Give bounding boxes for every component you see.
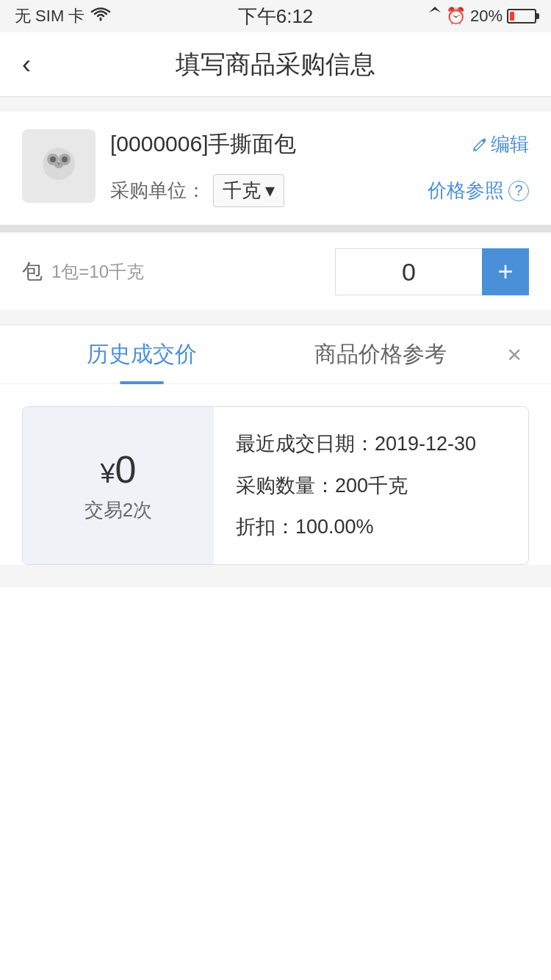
quantity-row: 包 1包=10千克 + xyxy=(0,234,551,310)
discount-label: 折扣： xyxy=(236,516,295,538)
divider xyxy=(0,225,551,232)
status-right: ⏰ 20% xyxy=(428,6,536,26)
panel-close-button[interactable]: × xyxy=(500,340,529,369)
discount-row: 折扣：100.00% xyxy=(236,512,506,542)
price-display: ¥0 xyxy=(101,447,137,491)
status-left: 无 SIM 卡 xyxy=(15,5,111,27)
status-bar: 无 SIM 卡 下午6:12 ⏰ 20% xyxy=(0,0,551,32)
price-ref-label: 价格参照 xyxy=(428,178,504,203)
tab-history-price[interactable]: 历史成交价 xyxy=(22,325,261,384)
carrier-text: 无 SIM 卡 xyxy=(15,5,84,27)
battery-icon xyxy=(507,9,536,24)
package-icon: 包 xyxy=(22,258,43,286)
edit-label: 编辑 xyxy=(491,131,529,157)
tabs-row: 历史成交价 商品价格参考 × xyxy=(0,325,551,384)
bottom-panel: 历史成交价 商品价格参考 × ¥0 交易2次 最近成交日期：2019-12-30… xyxy=(0,325,551,565)
trade-count: 交易2次 xyxy=(84,497,152,523)
nav-bar: ‹ 填写商品采购信息 xyxy=(0,32,551,97)
svg-point-3 xyxy=(50,156,56,162)
quantity-detail-label: 采购数量： xyxy=(236,475,335,497)
main-content: [0000006]手撕面包 编辑 采购单位： 千克 xyxy=(0,112,551,980)
location-icon xyxy=(428,6,442,26)
product-info: [0000006]手撕面包 编辑 采购单位： 千克 xyxy=(110,129,529,207)
recent-date-value: 2019-12-30 xyxy=(375,433,476,455)
quantity-detail-value: 200千克 xyxy=(335,475,408,497)
product-owl-icon xyxy=(37,140,81,192)
price-right-panel: 最近成交日期：2019-12-30 采购数量：200千克 折扣：100.00% xyxy=(214,407,528,564)
alarm-icon: ⏰ xyxy=(446,7,466,26)
product-name-row: [0000006]手撕面包 编辑 xyxy=(110,129,529,159)
product-name: [0000006]手撕面包 xyxy=(110,129,296,159)
price-card: ¥0 交易2次 最近成交日期：2019-12-30 采购数量：200千克 折扣：… xyxy=(22,406,529,565)
battery-percent: 20% xyxy=(470,7,503,26)
quantity-row-detail: 采购数量：200千克 xyxy=(236,471,506,501)
quantity-plus-button[interactable]: + xyxy=(482,248,529,295)
empty-area xyxy=(0,587,551,981)
status-time: 下午6:12 xyxy=(238,4,314,29)
quantity-input[interactable] xyxy=(335,248,482,295)
tab-history-price-label: 历史成交价 xyxy=(87,339,197,370)
product-thumbnail xyxy=(22,129,96,203)
help-icon: ? xyxy=(508,181,529,201)
tab-price-reference-label: 商品价格参考 xyxy=(314,339,447,370)
package-ratio: 1包=10千克 xyxy=(51,260,144,284)
svg-point-4 xyxy=(62,156,68,162)
back-button[interactable]: ‹ xyxy=(22,49,31,80)
discount-value: 100.00% xyxy=(295,516,374,538)
wifi-icon xyxy=(90,7,111,26)
page-title: 填写商品采购信息 xyxy=(176,48,375,82)
quantity-label-group: 包 1包=10千克 xyxy=(22,258,144,286)
product-unit-row: 采购单位： 千克 ▾ 价格参照 ? xyxy=(110,174,529,207)
product-card: [0000006]手撕面包 编辑 采购单位： 千克 xyxy=(0,112,551,225)
recent-date-row: 最近成交日期：2019-12-30 xyxy=(236,429,506,459)
price-left-panel: ¥0 交易2次 xyxy=(23,407,214,564)
yen-symbol: ¥ xyxy=(101,458,115,489)
price-reference-link[interactable]: 价格参照 ? xyxy=(428,178,529,203)
tab-price-reference[interactable]: 商品价格参考 xyxy=(261,325,500,384)
unit-section: 采购单位： 千克 ▾ xyxy=(110,174,284,207)
price-amount: 0 xyxy=(115,448,137,491)
unit-value: 千克 xyxy=(223,178,261,203)
product-header: [0000006]手撕面包 编辑 采购单位： 千克 xyxy=(22,129,529,207)
dropdown-arrow-icon: ▾ xyxy=(265,179,275,202)
quantity-control: + xyxy=(335,248,529,295)
recent-date-label: 最近成交日期： xyxy=(236,433,375,455)
unit-select-dropdown[interactable]: 千克 ▾ xyxy=(213,174,284,207)
edit-button[interactable]: 编辑 xyxy=(472,131,529,157)
unit-label: 采购单位： xyxy=(110,178,206,203)
